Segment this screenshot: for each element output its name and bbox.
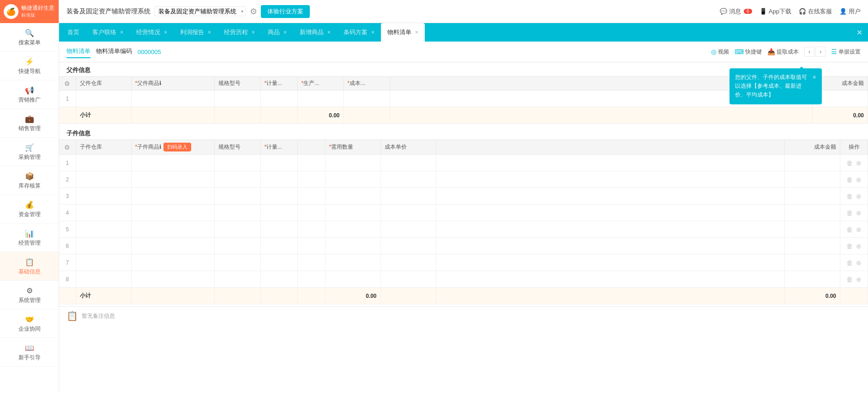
child-row-7-warehouse[interactable] (76, 254, 131, 271)
navtab-close-5[interactable]: × (283, 30, 287, 35)
child-row-8-copy-icon[interactable]: ⊕ (856, 276, 862, 283)
sidebar-item-企业协同[interactable]: 🤝 企业协同 (0, 309, 59, 338)
child-row-2-delete-icon[interactable]: 🗑 (846, 176, 853, 183)
experience-btn[interactable]: 体验行业方案 (261, 5, 310, 18)
child-row-2-unit[interactable] (260, 171, 297, 188)
child-row-7-delete-icon[interactable]: 🗑 (846, 259, 853, 266)
child-row-5-spec[interactable] (214, 221, 260, 238)
child-row-3-warehouse[interactable] (76, 188, 131, 205)
sidebar-item-营销推广[interactable]: 📢 营销推广 (0, 80, 59, 109)
extract-cost-item[interactable]: 📥 提取成本 (767, 48, 799, 56)
child-row-1-delete-icon[interactable]: 🗑 (846, 159, 853, 167)
navtab-1[interactable]: 客户联络× (86, 23, 130, 42)
parent-row-1-spec[interactable] (214, 91, 260, 107)
message-item[interactable]: 💬 消息 6 (720, 7, 752, 16)
parent-row-1-unit[interactable] (260, 91, 297, 107)
child-row-3-qty[interactable] (325, 188, 380, 205)
video-item[interactable]: ◎ 视频 (711, 48, 729, 56)
child-row-5-copy-icon[interactable]: ⊕ (856, 226, 862, 233)
sidebar-item-库存核算[interactable]: 📦 库存核算 (0, 166, 59, 195)
child-row-8-unit[interactable] (260, 271, 297, 288)
parent-row-1-product[interactable] (131, 91, 214, 107)
child-row-1-warehouse[interactable] (76, 155, 131, 171)
child-row-7-unit[interactable] (260, 254, 297, 271)
app-download-item[interactable]: 📱 App下载 (760, 7, 791, 16)
child-row-5-product[interactable] (131, 221, 214, 238)
navtab-5[interactable]: 商品× (261, 23, 293, 42)
child-row-5-delete-icon[interactable]: 🗑 (846, 226, 853, 233)
child-row-6-price[interactable] (380, 238, 436, 254)
navtab-close-8[interactable]: × (415, 30, 418, 35)
navtab-close-6[interactable]: × (327, 30, 331, 35)
child-row-6-warehouse[interactable] (76, 238, 131, 254)
child-row-3-spec[interactable] (214, 188, 260, 205)
child-row-8-price[interactable] (380, 271, 436, 288)
child-row-6-spec[interactable] (214, 238, 260, 254)
sidebar-item-快捷导航[interactable]: ⚡ 快捷导航 (0, 52, 59, 80)
child-row-2-copy-icon[interactable]: ⊕ (856, 176, 862, 183)
navtab-8[interactable]: 物料清单× (381, 23, 425, 42)
child-row-7-copy-icon[interactable]: ⊕ (856, 259, 862, 266)
child-row-1-product[interactable] (131, 155, 214, 171)
child-row-6-copy-icon[interactable]: ⊕ (856, 242, 862, 250)
navtab-close-4[interactable]: × (252, 30, 255, 35)
child-row-7-price[interactable] (380, 254, 436, 271)
child-row-3-copy-icon[interactable]: ⊕ (856, 193, 862, 200)
system-select-wrapper[interactable]: 装备及固定资产辅助管理系统 (154, 6, 246, 16)
child-row-4-unit[interactable] (260, 205, 297, 221)
subheader-tab1[interactable]: 物料清单 (66, 45, 90, 58)
sidebar-item-新手引导[interactable]: 📖 新手引导 (0, 338, 59, 367)
navtab-close-7[interactable]: × (371, 30, 374, 35)
child-row-4-spec[interactable] (214, 205, 260, 221)
child-row-8-qty[interactable] (325, 271, 380, 288)
navtab-6[interactable]: 新增商品× (293, 23, 337, 42)
child-row-5-unit[interactable] (260, 221, 297, 238)
child-row-1-spec[interactable] (214, 155, 260, 171)
subheader-tab2[interactable]: 物料清单编码 (96, 45, 132, 58)
navtab-0[interactable]: 首页 (61, 23, 86, 42)
online-service-item[interactable]: 🎧 在线客服 (799, 7, 832, 16)
navtab-4[interactable]: 经营历程× (217, 23, 261, 42)
nav-prev-btn[interactable]: ‹ (804, 47, 814, 57)
parent-row-1-cost[interactable] (344, 91, 390, 107)
child-row-6-unit[interactable] (260, 238, 297, 254)
child-row-2-product[interactable] (131, 171, 214, 188)
parent-row-1-prod[interactable] (297, 91, 344, 107)
child-row-2-price[interactable] (380, 171, 436, 188)
nav-next-btn[interactable]: › (815, 47, 826, 57)
child-row-1-price[interactable] (380, 155, 436, 171)
child-row-4-qty[interactable] (325, 205, 380, 221)
sidebar-item-采购管理[interactable]: 🛒 采购管理 (0, 138, 59, 166)
navtab-close-3[interactable]: × (208, 30, 211, 35)
parent-row-1-warehouse[interactable] (76, 91, 131, 107)
child-row-4-price[interactable] (380, 205, 436, 221)
navtab-2[interactable]: 经营情况× (130, 23, 174, 42)
child-gear-icon[interactable]: ⚙ (64, 144, 70, 151)
sidebar-item-搜索菜单[interactable]: 🔍 搜索菜单 (0, 23, 59, 52)
child-row-6-qty[interactable] (325, 238, 380, 254)
child-row-8-delete-icon[interactable]: 🗑 (846, 276, 853, 283)
child-row-4-warehouse[interactable] (76, 205, 131, 221)
sidebar-item-系统管理[interactable]: ⚙ 系统管理 (0, 281, 59, 309)
child-row-4-product[interactable] (131, 205, 214, 221)
child-row-6-product[interactable] (131, 238, 214, 254)
navtab-close-2[interactable]: × (164, 30, 167, 35)
child-row-5-price[interactable] (380, 221, 436, 238)
child-row-1-qty[interactable] (325, 155, 380, 171)
child-row-1-copy-icon[interactable]: ⊕ (856, 159, 862, 167)
navtab-7[interactable]: 条码方案× (337, 23, 381, 42)
child-row-2-warehouse[interactable] (76, 171, 131, 188)
sidebar-item-经营管理[interactable]: 📊 经营管理 (0, 224, 59, 252)
child-row-7-product[interactable] (131, 254, 214, 271)
navtab-3[interactable]: 利润报告× (174, 23, 217, 42)
tooltip-close-btn[interactable]: × (813, 72, 816, 82)
child-row-8-spec[interactable] (214, 271, 260, 288)
child-row-3-delete-icon[interactable]: 🗑 (846, 193, 853, 200)
system-select[interactable]: 装备及固定资产辅助管理系统 (154, 6, 246, 16)
close-all-tabs[interactable]: ✕ (853, 28, 866, 37)
sidebar-item-销售管理[interactable]: 💼 销售管理 (0, 109, 59, 138)
settings-icon[interactable]: ⚙ (250, 6, 257, 17)
child-row-3-unit[interactable] (260, 188, 297, 205)
child-row-3-price[interactable] (380, 188, 436, 205)
child-row-7-spec[interactable] (214, 254, 260, 271)
